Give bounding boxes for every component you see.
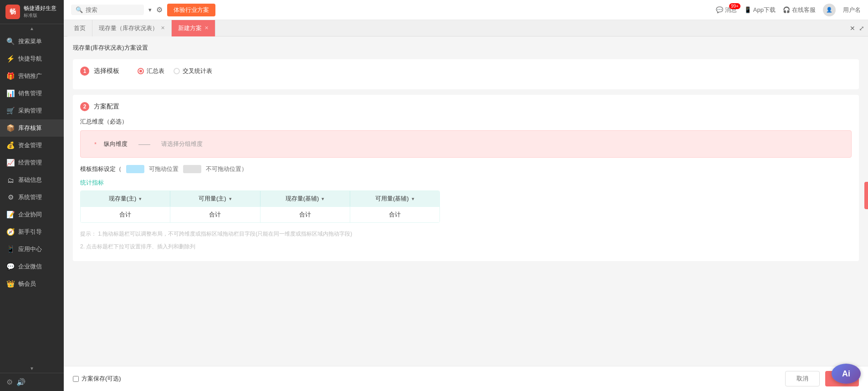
sidebar-item-label: 经营管理 (18, 159, 42, 167)
sidebar-item-member[interactable]: 👑 畅会员 (0, 275, 64, 293)
tip-1: 提示： 1.拖动标题栏可以调整布局，不可跨维度或指标区域拖动栏目字段(只能在同一… (80, 228, 852, 239)
sidebar-item-label: 销售管理 (18, 89, 42, 98)
sidebar-item-business[interactable]: 📈 经营管理 (0, 154, 64, 171)
tab-expand-icon[interactable]: ⤢ (859, 25, 864, 32)
finance-icon: 💰 (6, 141, 15, 149)
app-name: 畅捷通好生意 (24, 5, 56, 12)
save-option[interactable]: 方案保存(可选) (73, 375, 121, 383)
sidebar-scroll-up[interactable]: ▲ (0, 24, 64, 33)
sidebar-item-sales[interactable]: 📊 销售管理 (0, 85, 64, 102)
app-center-icon: 📱 (6, 245, 15, 253)
stat-cell-1: 合计 (81, 207, 170, 222)
tip-2: 2. 点击标题栏下拉可设置排序、插入列和删除列 (80, 241, 852, 252)
col3-label: 现存量(基辅) (286, 195, 319, 203)
scheme-config: 汇总维度（必选） * 纵向维度 —— 请选择分组维度 模板指标设定（ 可拖动位置… (80, 118, 852, 252)
sidebar-item-label: 库存核算 (18, 124, 42, 132)
col1-dropdown[interactable]: ▾ (139, 196, 142, 202)
col3-dropdown[interactable]: ▾ (322, 196, 324, 202)
col2-label: 可用量(主) (199, 195, 226, 203)
sidebar-item-contract[interactable]: 📝 企业协同 (0, 206, 64, 223)
template-radio-group: 汇总表 交叉统计表 (138, 67, 212, 75)
app-logo-icon: 畅 (5, 5, 20, 19)
col4-label: 可用量(基辅) (375, 195, 409, 203)
stat-col-header-1: 现存量(主) ▾ (81, 191, 170, 206)
radio-cross-label: 交叉统计表 (183, 67, 212, 75)
stat-table-row: 合计 合计 合计 合计 (81, 206, 439, 222)
search-box: 🔍 (71, 5, 144, 15)
step1-header: 1 选择模板 汇总表 交叉统计表 (80, 67, 852, 76)
sidebar-item-label: 企业协同 (18, 211, 42, 219)
tab-inventory[interactable]: 现存量（库存状况表） ✕ (92, 20, 172, 36)
business-icon: 📈 (6, 159, 15, 167)
cancel-button[interactable]: 取消 (785, 371, 820, 386)
required-star: * (94, 141, 97, 148)
radio-cross[interactable]: 交叉统计表 (174, 67, 212, 75)
stat-cell-2: 合计 (170, 207, 260, 222)
search-input[interactable] (86, 6, 136, 13)
tab-new-scheme[interactable]: 新建方案 ✕ (172, 20, 215, 36)
message-btn[interactable]: 💬 消息 99+ (716, 6, 737, 14)
sidebar-item-purchase[interactable]: 🛒 采购管理 (0, 102, 64, 119)
tab-new-scheme-label: 新建方案 (178, 24, 202, 32)
fixed-indicator-label: 不可拖动位置） (206, 165, 247, 173)
step1-title: 选择模板 (94, 67, 119, 75)
sidebar-item-label: 企业微信 (18, 262, 42, 271)
sidebar-item-quick-nav[interactable]: ⚡ 快捷导航 (0, 50, 64, 67)
username[interactable]: 用户名 (843, 6, 861, 14)
save-checkbox[interactable] (73, 376, 79, 382)
stat-col-header-4: 可用量(基辅) ▾ (350, 191, 439, 206)
dimension-area[interactable]: * 纵向维度 —— 请选择分组维度 (80, 130, 852, 158)
tab-close-window-icon[interactable]: ✕ (850, 25, 855, 32)
sidebar-item-new-guide[interactable]: 🧭 新手引导 (0, 223, 64, 241)
sidebar-item-inventory[interactable]: 📦 库存核算 (0, 119, 64, 137)
user-avatar[interactable]: 👤 (823, 4, 836, 16)
ai-badge[interactable]: Ai (832, 364, 861, 384)
tab-new-scheme-close[interactable]: ✕ (204, 25, 209, 31)
page-title: 现存量(库存状况表)方案设置 (73, 44, 859, 52)
sidebar-item-label: 采购管理 (18, 107, 42, 115)
stat-section-label: 统计指标 (80, 179, 852, 187)
sidebar-item-label: 快捷导航 (18, 55, 42, 63)
tabs-bar: 首页 现存量（库存状况表） ✕ 新建方案 ✕ ✕ ⤢ (64, 20, 868, 36)
sidebar-nav: 🔍 搜索菜单 ⚡ 快捷导航 🎁 营销推广 📊 销售管理 🛒 采购管理 📦 库存核… (0, 33, 64, 364)
settings-icon[interactable]: ⚙ (6, 378, 13, 386)
sidebar-item-app-center[interactable]: 📱 应用中心 (0, 241, 64, 258)
online-service-btn[interactable]: 🎧 在线客服 (783, 6, 816, 14)
tab-home[interactable]: 首页 (67, 20, 92, 36)
sidebar-item-label: 应用中心 (18, 245, 42, 253)
service-label: 在线客服 (792, 6, 816, 14)
stat-cell-4: 合计 (350, 207, 439, 222)
sidebar-item-marketing[interactable]: 🎁 营销推广 (0, 67, 64, 85)
col2-dropdown[interactable]: ▾ (229, 196, 232, 202)
tab-inventory-label: 现存量（库存状况表） (99, 24, 158, 32)
col4-dropdown[interactable]: ▾ (412, 196, 414, 202)
speaker-icon[interactable]: 🔊 (16, 378, 26, 386)
sidebar-item-label: 营销推广 (18, 72, 42, 80)
sidebar-scroll-down[interactable]: ▼ (0, 364, 64, 373)
trial-btn[interactable]: 体验行业方案 (167, 4, 215, 16)
search-icon: 🔍 (76, 6, 83, 13)
sidebar-item-basic[interactable]: 🗂 基础信息 (0, 171, 64, 189)
sidebar-item-wechat[interactable]: 💬 企业微信 (0, 258, 64, 275)
save-label: 方案保存(可选) (82, 375, 121, 383)
dropdown-icon[interactable]: ▾ (148, 6, 152, 13)
right-panel-hint[interactable] (864, 182, 868, 209)
radio-summary[interactable]: 汇总表 (138, 67, 164, 75)
indicators-label: 模板指标设定（ (80, 165, 122, 173)
dimension-dash: —— (138, 141, 150, 148)
draggable-indicator-label: 可拖动位置 (149, 165, 179, 173)
sidebar-item-label: 资金管理 (18, 141, 42, 149)
sidebar-item-label: 系统管理 (18, 193, 42, 201)
fixed-indicator-box (183, 165, 201, 173)
radio-cross-dot (174, 68, 180, 74)
tab-home-label: 首页 (74, 24, 86, 32)
app-download-label: App下载 (753, 6, 776, 14)
app-download-btn[interactable]: 📱 App下载 (744, 6, 776, 14)
sidebar-item-system[interactable]: ⚙ 系统管理 (0, 189, 64, 206)
tab-inventory-close[interactable]: ✕ (161, 25, 165, 31)
dimension-placeholder: 请选择分组维度 (161, 140, 203, 148)
sidebar-item-search[interactable]: 🔍 搜索菜单 (0, 33, 64, 50)
dimension-label: 纵向维度 (104, 140, 128, 148)
sidebar-item-finance[interactable]: 💰 资金管理 (0, 137, 64, 154)
gear-icon[interactable]: ⚙ (156, 5, 163, 14)
